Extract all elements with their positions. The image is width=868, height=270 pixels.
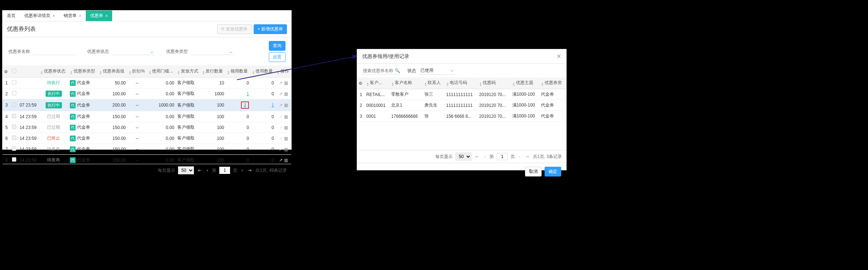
qr-icon[interactable]: ▦ xyxy=(284,125,288,130)
table-row[interactable]: 307 23:59执行中代代金券200.00--1000.00客户领取10031… xyxy=(3,99,291,111)
row-checkbox[interactable] xyxy=(12,157,16,162)
qr-icon[interactable]: ▦ xyxy=(284,91,288,96)
col-header[interactable]: ▲▼客户... xyxy=(365,78,390,89)
page-label-pre: 第 xyxy=(212,167,216,174)
table-row[interactable]: 814 23:59待发布代代金券150.00--0.00客户领取10000↗▦ xyxy=(3,155,291,164)
row-checkbox[interactable] xyxy=(12,114,16,118)
gear-column[interactable]: ⚙ xyxy=(3,66,10,78)
filter-name-input[interactable] xyxy=(33,48,76,55)
modal-pager-next-icon[interactable]: › xyxy=(518,154,521,159)
add-coupon-button[interactable]: + 新增优惠券 xyxy=(254,24,287,34)
col-header[interactable]: ▲▼发行数量 xyxy=(201,66,226,78)
col-header[interactable]: ▲▼优惠券状态 xyxy=(39,66,68,78)
modal-search-input[interactable] xyxy=(362,67,395,74)
tab-close-icon[interactable]: × xyxy=(52,13,55,18)
gear-icon: ⚙ xyxy=(359,81,363,86)
main-panel: 首页优惠券详情页×销货单×优惠券× 优惠券列表 ⟳发放优惠券 + 新增优惠券 优… xyxy=(2,10,292,150)
table-row[interactable]: 1待执行代代金券50.00--0.00客户领取1000↗▦ xyxy=(3,78,291,88)
table-row[interactable]: 714 23:59待发布代代金券150.00--0.00客户领取10000↗▦ xyxy=(3,144,291,155)
modal-state-dropdown[interactable]: 已使用⌄ xyxy=(419,67,455,75)
checkbox-column[interactable] xyxy=(10,66,18,78)
per-page-select[interactable]: 50 xyxy=(178,166,194,174)
gear-column[interactable]: ⚙ xyxy=(357,78,365,89)
modal-pager-first-icon[interactable]: ⇤ xyxy=(474,154,480,159)
qr-icon[interactable]: ▦ xyxy=(284,136,288,141)
modal-pager-last-icon[interactable]: ⇥ xyxy=(524,154,530,159)
modal-page-input[interactable] xyxy=(497,153,508,160)
table-row[interactable]: 614 23:59已终止代代金券150.00--0.00客户领取10000↗▦ xyxy=(3,133,291,144)
table-row[interactable]: 3000117666666666张156 6666 6...2019120 70… xyxy=(357,111,566,122)
table-row[interactable]: 2执行中代代金券100.00--0.00客户领取100010↗▦ xyxy=(3,88,291,99)
col-header[interactable]: ▲▼优惠码 xyxy=(478,78,511,89)
table-row[interactable]: 200010001北京1唐先生111111111112019120 70...满… xyxy=(357,100,566,111)
share-icon: ↗ xyxy=(279,114,283,119)
close-icon[interactable]: ✕ xyxy=(556,53,561,60)
pager-prev-icon[interactable]: ‹ xyxy=(206,168,209,173)
filter-type-dropdown[interactable]: ⌄ xyxy=(191,48,234,55)
modal-state-label: 状态 xyxy=(407,68,416,74)
col-header[interactable]: ▲▼客户名称 xyxy=(390,78,423,89)
row-checkbox[interactable] xyxy=(12,146,16,151)
tab-close-icon[interactable]: × xyxy=(79,13,81,18)
tab-close-icon[interactable]: × xyxy=(105,13,108,18)
coupon-table-wrap[interactable]: ⚙▲▼优惠券状态▲▼优惠券类型▲▼优惠券面值▲▼折扣%▲▼使用门槛...▲▼发放… xyxy=(3,66,291,164)
col-header[interactable]: ▲▼操作 xyxy=(275,66,291,78)
col-header[interactable]: ▲▼折扣% xyxy=(127,66,147,78)
row-checkbox[interactable] xyxy=(12,91,16,95)
usage-record-modal: 优惠券领用/使用记录 ✕ 🔍 状态 已使用⌄ ⚙▲▼客户...▲▼客户名称▲▼联… xyxy=(357,49,567,170)
gear-icon: ⚙ xyxy=(4,69,8,74)
modal-search-box[interactable]: 🔍 xyxy=(362,67,400,74)
col-header[interactable]: ▲▼使用门槛... xyxy=(147,66,175,78)
col-header[interactable]: ▲▼发放方式 xyxy=(176,66,201,78)
pager-next-icon[interactable]: › xyxy=(240,168,244,173)
issue-coupon-button[interactable]: ⟳发放优惠券 xyxy=(217,24,251,34)
tab-销货单[interactable]: 销货单× xyxy=(59,11,86,21)
table-row[interactable]: 514 23:59已过期代代金券150.00--0.00客户领取10000↗▦ xyxy=(3,122,291,133)
row-checkbox[interactable] xyxy=(12,80,16,84)
row-checkbox[interactable] xyxy=(12,125,16,129)
filter-status-dropdown[interactable]: ⌄ xyxy=(112,48,155,55)
qr-icon[interactable]: ▦ xyxy=(284,114,288,119)
filter-status-label: 优惠券状态 xyxy=(87,49,109,55)
row-checkbox[interactable] xyxy=(12,136,16,140)
share-icon[interactable]: ↗ xyxy=(279,91,283,96)
row-checkbox[interactable] xyxy=(12,103,16,107)
share-icon[interactable]: ↗ xyxy=(279,103,283,108)
modal-table-wrap[interactable]: ⚙▲▼客户...▲▼客户名称▲▼联系人▲▼电话号码▲▼优惠码▲▼优惠主题▲▼优惠… xyxy=(357,78,566,150)
filter-bar: 优惠券名称 优惠券状态 ⌄ 优惠券类型 ⌄ 查询 设置 xyxy=(3,37,291,66)
col-header[interactable]: ▲▼优惠主题 xyxy=(511,78,539,89)
col-header[interactable]: ▲▼优惠券面值 xyxy=(98,66,127,78)
modal-pager-prev-icon[interactable]: ‹ xyxy=(483,154,487,159)
share-icon[interactable]: ↗ xyxy=(279,80,283,86)
qr-icon[interactable]: ▦ xyxy=(284,147,288,152)
tab-优惠券详情页[interactable]: 优惠券详情页× xyxy=(20,11,59,21)
coupon-table: ⚙▲▼优惠券状态▲▼优惠券类型▲▼优惠券面值▲▼折扣%▲▼使用门槛...▲▼发放… xyxy=(3,66,291,164)
confirm-button[interactable]: 确定 xyxy=(545,167,561,176)
pager-first-icon[interactable]: ⇤ xyxy=(197,168,203,173)
qr-icon[interactable]: ▦ xyxy=(284,80,288,86)
search-icon[interactable]: 🔍 xyxy=(395,68,400,73)
col-header[interactable]: ▲▼优惠券类 xyxy=(539,78,566,89)
pager-last-icon[interactable]: ⇥ xyxy=(247,168,253,173)
qr-icon[interactable]: ▦ xyxy=(284,103,288,108)
tab-优惠券[interactable]: 优惠券× xyxy=(86,11,112,21)
col-header[interactable]: ▲▼领用数量 xyxy=(225,66,250,78)
tab-bar: 首页优惠券详情页×销货单×优惠券× xyxy=(3,11,291,21)
col-header[interactable]: ▲▼联系人 xyxy=(423,78,445,89)
tab-首页[interactable]: 首页 xyxy=(3,11,20,21)
table-row[interactable]: 1RETAIL...零散客户张三111111111112019120 70...… xyxy=(357,89,566,100)
share-icon: ↗ xyxy=(279,147,283,152)
modal-title: 优惠券领用/使用记录 xyxy=(362,53,409,60)
qr-icon[interactable]: ▦ xyxy=(284,158,288,163)
cancel-button[interactable]: 取消 xyxy=(525,167,542,176)
share-icon: ↗ xyxy=(279,158,283,163)
col-header[interactable]: ▲▼电话号码 xyxy=(445,78,478,89)
filter-type-label: 优惠券类型 xyxy=(166,49,188,55)
settings-button[interactable]: 设置 xyxy=(269,52,285,62)
col-header[interactable]: ▲▼优惠券类型 xyxy=(68,66,98,78)
col-header[interactable]: ▲▼使用数量 xyxy=(250,66,275,78)
table-row[interactable]: 414 23:59已过期代代金券150.00--0.00客户领取10000↗▦ xyxy=(3,111,291,122)
query-button[interactable]: 查询 xyxy=(269,41,285,51)
page-input[interactable] xyxy=(219,167,230,174)
modal-per-page-select[interactable]: 50 xyxy=(456,153,471,161)
